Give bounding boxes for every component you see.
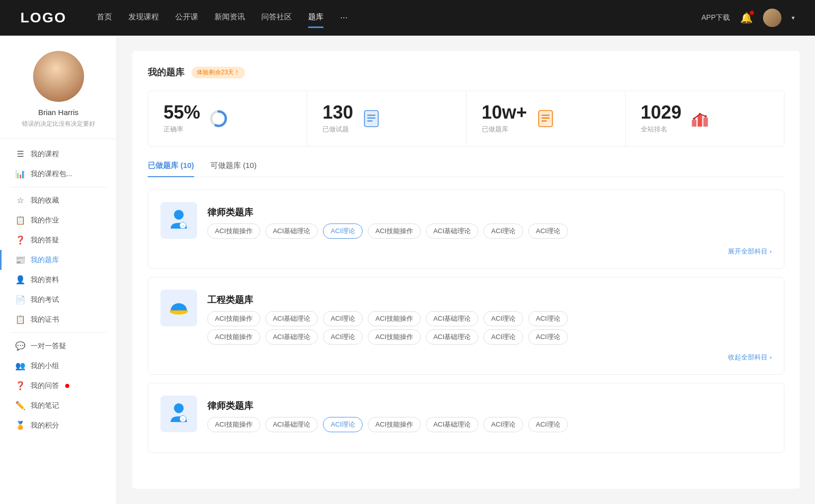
page-title: 我的题库 — [148, 66, 184, 78]
question-bank-icon: 📰 — [15, 255, 25, 265]
nav-open-course[interactable]: 公开课 — [175, 12, 198, 24]
sidebar: Brian Harris 错误的决定比没有决定要好 ☰ 我的课程 📊 我的课程包… — [0, 36, 117, 504]
sidebar-item-profile-data[interactable]: 👤 我的资料 — [0, 270, 117, 290]
app-download-button[interactable]: APP下载 — [701, 13, 730, 22]
navbar-right: APP下载 🔔 ▾ — [701, 9, 795, 27]
avatar-image — [763, 9, 781, 27]
sidebar-label-favorites: 我的收藏 — [31, 196, 59, 205]
tag-aci-theory-1[interactable]: ACI理论 — [323, 223, 363, 239]
eng-tag-14[interactable]: ACI理论 — [528, 329, 568, 345]
nav-courses[interactable]: 发现课程 — [128, 12, 159, 24]
law2-tag-2[interactable]: ACI基础理论 — [265, 417, 318, 432]
tag-aci-skills-op-2[interactable]: ACI技能操作 — [368, 223, 421, 239]
stat-done-questions-text: 130 已做试题 — [322, 103, 353, 134]
tab-done[interactable]: 已做题库 (10) — [148, 161, 194, 177]
sidebar-item-my-questions[interactable]: ❓ 我的问答 — [0, 376, 117, 396]
bank-card-law-2: ✓ 律师类题库 ACI技能操作 ACI基础理论 ACI理论 ACI技能操作 AC… — [148, 383, 784, 453]
sidebar-label-exams: 我的考试 — [31, 295, 59, 304]
eng-tag-1[interactable]: ACI技能操作 — [207, 311, 260, 326]
law2-tag-1[interactable]: ACI技能操作 — [207, 417, 260, 432]
bank-title-engineering: 工程类题库 — [207, 290, 568, 306]
eng-tag-11[interactable]: ACI技能操作 — [368, 329, 421, 345]
eng-tag-13[interactable]: ACI理论 — [483, 329, 523, 345]
eng-tag-8[interactable]: ACI技能操作 — [207, 329, 260, 345]
law2-tag-7[interactable]: ACI理论 — [528, 417, 568, 432]
sidebar-item-exams[interactable]: 📄 我的考试 — [0, 290, 117, 310]
trial-badge: 体验剩余23天！ — [192, 67, 245, 78]
eng-tag-10[interactable]: ACI理论 — [323, 329, 363, 345]
sidebar-item-groups[interactable]: 👥 我的小组 — [0, 356, 117, 376]
nav-home[interactable]: 首页 — [97, 12, 112, 24]
ranking-icon — [690, 108, 710, 129]
eng-tag-2[interactable]: ACI基础理论 — [265, 311, 318, 326]
sidebar-item-notes[interactable]: ✏️ 我的笔记 — [0, 396, 117, 415]
eng-tag-7[interactable]: ACI理论 — [528, 311, 568, 326]
law2-tag-6[interactable]: ACI理论 — [483, 417, 523, 432]
stat-done-questions-value: 130 — [322, 103, 353, 122]
law2-tag-3[interactable]: ACI理论 — [323, 417, 363, 432]
sidebar-menu: ☰ 我的课程 📊 我的课程包... ☆ 我的收藏 📋 我的作业 ❓ 我的答疑 📰 — [0, 144, 117, 435]
nav-qa[interactable]: 问答社区 — [261, 12, 292, 24]
packages-icon: 📊 — [15, 169, 25, 179]
svg-rect-15 — [703, 118, 708, 127]
law2-tag-4[interactable]: ACI技能操作 — [368, 417, 421, 432]
stat-accuracy: 55% 正确率 — [148, 91, 307, 146]
eng-tag-9[interactable]: ACI基础理论 — [265, 329, 318, 345]
stat-done-questions: 130 已做试题 — [307, 91, 466, 146]
notification-bell[interactable]: 🔔 — [740, 12, 753, 24]
stat-done-banks-label: 已做题库 — [482, 125, 527, 134]
bank-card-law-2-info: 律师类题库 ACI技能操作 ACI基础理论 ACI理论 ACI技能操作 ACI基… — [207, 396, 568, 432]
questions-badge — [65, 384, 69, 388]
bank-card-eng-header: 工程类题库 ACI技能操作 ACI基础理论 ACI理论 ACI技能操作 ACI基… — [160, 290, 772, 345]
tag-aci-theory-3[interactable]: ACI理论 — [528, 223, 568, 239]
tutoring-icon: 💬 — [15, 341, 25, 351]
stat-done-questions-label: 已做试题 — [322, 125, 353, 134]
profile-section: Brian Harris 错误的决定比没有决定要好 — [0, 51, 117, 139]
sidebar-item-homework[interactable]: 📋 我的作业 — [0, 210, 117, 230]
sidebar-item-favorites[interactable]: ☆ 我的收藏 — [0, 190, 117, 210]
my-questions-icon: ❓ — [15, 381, 25, 390]
sidebar-item-courses[interactable]: ☰ 我的课程 — [0, 144, 117, 164]
divider-2 — [10, 332, 106, 333]
bank-tags-eng-row1: ACI技能操作 ACI基础理论 ACI理论 ACI技能操作 ACI基础理论 AC… — [207, 311, 568, 326]
bank-card-law-1-header: ✓ 律师类题库 ACI技能操作 ACI基础理论 ACI理论 ACI技能操作 AC… — [160, 202, 772, 239]
eng-tag-4[interactable]: ACI技能操作 — [368, 311, 421, 326]
eng-tag-3[interactable]: ACI理论 — [323, 311, 363, 326]
sidebar-item-packages[interactable]: 📊 我的课程包... — [0, 164, 117, 184]
collapse-engineering[interactable]: 收起全部科目 › — [160, 353, 772, 362]
tag-aci-basic-theory-2[interactable]: ACI基础理论 — [426, 223, 479, 239]
svg-point-19 — [174, 210, 183, 219]
nav-news[interactable]: 新闻资讯 — [214, 12, 245, 24]
law2-tag-5[interactable]: ACI基础理论 — [426, 417, 479, 432]
sidebar-item-question-bank[interactable]: 📰 我的题库 — [0, 250, 117, 270]
sidebar-item-points[interactable]: 🏅 我的积分 — [0, 415, 117, 435]
bank-title-law-1: 律师类题库 — [207, 202, 568, 218]
profile-motto: 错误的决定比没有决定要好 — [22, 120, 95, 128]
profile-avatar — [33, 51, 84, 102]
avatar-dropdown-chevron[interactable]: ▾ — [792, 14, 795, 21]
nav-question-bank[interactable]: 题库 — [308, 12, 323, 24]
stat-done-banks-value: 10w+ — [482, 103, 527, 122]
sidebar-label-qa: 我的答疑 — [31, 236, 59, 245]
expand-law-1[interactable]: 展开全部科目 › — [160, 247, 772, 256]
sidebar-item-tutoring[interactable]: 💬 一对一答疑 — [0, 336, 117, 356]
tab-available[interactable]: 可做题库 (10) — [210, 161, 257, 177]
profile-data-icon: 👤 — [15, 275, 25, 285]
sidebar-item-qa[interactable]: ❓ 我的答疑 — [0, 230, 117, 250]
eng-tag-5[interactable]: ACI基础理论 — [426, 311, 479, 326]
eng-tag-12[interactable]: ACI基础理论 — [426, 329, 479, 345]
nav-more[interactable]: ··· — [340, 12, 347, 24]
sidebar-label-points: 我的积分 — [31, 421, 59, 430]
stat-done-banks-text: 10w+ 已做题库 — [482, 103, 527, 134]
main-content: 我的题库 体验剩余23天！ 55% 正确率 — [117, 36, 815, 504]
tag-aci-theory-2[interactable]: ACI理论 — [483, 223, 523, 239]
tag-aci-skills-op-1[interactable]: ACI技能操作 — [207, 223, 260, 239]
sidebar-item-certificates[interactable]: 📋 我的证书 — [0, 310, 117, 329]
avatar[interactable] — [763, 9, 781, 27]
tag-aci-basic-theory-1[interactable]: ACI基础理论 — [265, 223, 318, 239]
eng-tag-6[interactable]: ACI理论 — [483, 311, 523, 326]
page-header: 我的题库 体验剩余23天！ — [148, 66, 784, 78]
svg-point-16 — [693, 118, 695, 120]
sidebar-label-homework: 我的作业 — [31, 216, 59, 225]
courses-icon: ☰ — [15, 149, 25, 159]
